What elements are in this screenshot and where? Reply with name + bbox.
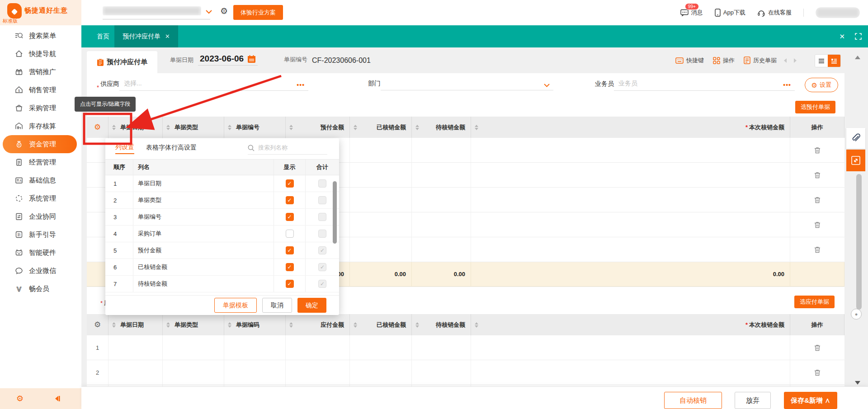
expand-button[interactable] (846, 150, 865, 171)
sidebar-collapse-icon[interactable] (52, 395, 61, 402)
page-scrollbar-thumb[interactable] (856, 174, 862, 310)
trash-icon[interactable] (814, 369, 821, 376)
app-download-button[interactable]: App下载 (715, 9, 745, 17)
sidebar-item-mgmt[interactable]: 经营管理 (3, 153, 77, 171)
total-checkbox[interactable]: ✓ (318, 280, 326, 288)
sidebar-item-wechat[interactable]: 企业微信 (3, 262, 77, 280)
sidebar-item-idcard[interactable]: A基础信息 (3, 171, 77, 189)
scroll-down-arrow[interactable] (855, 381, 860, 385)
trash-icon[interactable] (814, 171, 821, 179)
popup-tab-columns[interactable]: 列设置 (115, 143, 134, 154)
sort-icon[interactable] (166, 322, 170, 328)
trash-icon[interactable] (814, 344, 821, 352)
sidebar-item-warehouse[interactable]: 库存核算 (3, 117, 77, 135)
online-support-button[interactable]: 在线客服 (757, 9, 792, 17)
sort-icon[interactable] (415, 322, 419, 328)
user-name-redacted[interactable] (816, 7, 860, 18)
field-settings-button[interactable]: ⚙ 设置 (805, 78, 838, 92)
save-and-new-button[interactable]: 保存&新增 ∧ (784, 392, 837, 409)
sort-icon[interactable] (289, 322, 293, 328)
sort-icon[interactable] (354, 322, 357, 328)
show-checkbox[interactable] (286, 230, 294, 238)
prepay-column-gear-icon[interactable]: ⚙ (94, 123, 101, 131)
dept-chevron-down-icon[interactable] (544, 84, 550, 87)
payable-column-gear-icon[interactable]: ⚙ (94, 321, 101, 329)
sidebar-item-home[interactable]: 快捷导航 (3, 45, 77, 63)
show-checkbox[interactable]: ✓ (286, 196, 294, 204)
sidebar-item-gift[interactable]: 营销推广 (3, 63, 77, 81)
scroll-up-arrow[interactable] (855, 56, 860, 59)
sort-icon[interactable] (354, 125, 357, 130)
sidebar-item-search[interactable]: 搜索菜单 (3, 27, 77, 45)
confirm-button[interactable]: 确定 (297, 298, 326, 313)
show-checkbox[interactable]: ✓ (286, 246, 294, 254)
sidebar-settings-gear-icon[interactable]: ⚙ (16, 394, 24, 404)
popup-scrollbar-thumb[interactable] (333, 181, 337, 244)
attachment-button[interactable] (846, 128, 865, 149)
sort-icon[interactable] (112, 322, 116, 328)
popup-search-field[interactable]: 搜索列名称 (248, 144, 327, 155)
dept-select-field[interactable] (381, 80, 553, 90)
close-all-tabs-icon[interactable]: ✕ (839, 33, 845, 41)
industry-solution-button[interactable]: 体验行业方案 (233, 5, 283, 20)
show-checkbox[interactable]: ✓ (286, 213, 294, 221)
tab-close-icon[interactable]: ✕ (165, 33, 170, 40)
total-checkbox[interactable] (318, 230, 326, 238)
select-prepay-docs-button[interactable]: 选预付单据 (795, 101, 835, 113)
show-checkbox[interactable]: ✓ (286, 280, 294, 288)
hotkeys-button[interactable]: 快捷键 (675, 56, 704, 65)
sort-icon[interactable] (228, 322, 231, 328)
trash-icon[interactable] (814, 196, 821, 204)
sort-icon[interactable] (166, 125, 170, 130)
total-checkbox[interactable]: ✓ (318, 263, 326, 271)
total-checkbox[interactable] (318, 179, 326, 188)
sidebar-item-purchase[interactable]: 采购管理 (3, 99, 77, 117)
account-name-redacted[interactable] (103, 6, 201, 15)
float-help-button[interactable]: ● (851, 309, 862, 320)
sidebar-item-money[interactable]: ¥资金管理 (3, 135, 77, 153)
prev-doc-chevron-icon[interactable] (783, 58, 787, 63)
date-value-field[interactable]: 2023-06-06 (198, 54, 258, 66)
total-checkbox[interactable] (318, 213, 326, 221)
total-checkbox[interactable]: ✓ (318, 246, 326, 254)
sidebar-item-collab[interactable]: 企业协同 (3, 207, 77, 226)
sort-icon[interactable] (112, 125, 116, 130)
tab-prepay-writeoff[interactable]: 预付冲应付单 ✕ (114, 25, 178, 47)
clerk-picker-ellipsis[interactable]: ••• (783, 81, 791, 89)
settings-gear-icon[interactable]: ⚙ (220, 7, 228, 15)
sort-icon[interactable] (475, 125, 478, 130)
auto-writeoff-button[interactable]: 自动核销 (664, 392, 722, 409)
sort-icon[interactable] (415, 125, 419, 130)
sidebar-item-guide[interactable]: 新新手引导 (3, 226, 77, 244)
sort-icon[interactable] (289, 125, 293, 130)
popup-tab-font[interactable]: 表格字体行高设置 (146, 144, 197, 154)
supplier-picker-ellipsis[interactable]: ••• (297, 81, 305, 89)
sidebar-item-sales[interactable]: $销售管理 (3, 81, 77, 99)
supplier-select-field[interactable]: 选择... ••• (119, 80, 308, 91)
list-view-toggle[interactable] (815, 55, 828, 67)
trash-icon[interactable] (814, 146, 821, 154)
clerk-select-field[interactable]: 业务员 ••• (614, 80, 795, 91)
account-chevron-down-icon[interactable] (206, 10, 212, 14)
sort-icon[interactable] (475, 322, 478, 328)
doc-template-button[interactable]: 单据模板 (214, 298, 257, 313)
select-payable-docs-button[interactable]: 选应付单据 (794, 296, 835, 308)
total-checkbox[interactable] (318, 196, 326, 204)
discard-button[interactable]: 放弃 (735, 392, 771, 409)
show-checkbox[interactable]: ✓ (286, 179, 294, 188)
sort-icon[interactable] (228, 125, 231, 130)
sidebar-item-system[interactable]: 系统管理 (3, 189, 77, 207)
actions-button[interactable]: 操作 (713, 56, 735, 65)
next-doc-chevron-icon[interactable] (793, 58, 797, 63)
messages-button[interactable]: 99+ 消息 (680, 9, 703, 17)
fullscreen-icon[interactable] (855, 33, 862, 40)
sidebar-item-member[interactable]: V畅会员 (3, 280, 77, 298)
sidebar-item-hardware[interactable]: 智能硬件 (3, 244, 77, 262)
history-button[interactable]: 历史单据 (744, 56, 777, 65)
trash-icon[interactable] (814, 221, 821, 229)
trash-icon[interactable] (814, 246, 821, 254)
tab-home[interactable]: 首页 (89, 25, 118, 47)
show-checkbox[interactable]: ✓ (286, 263, 294, 271)
detail-view-toggle[interactable] (828, 55, 840, 67)
cancel-button[interactable]: 取消 (262, 298, 292, 313)
